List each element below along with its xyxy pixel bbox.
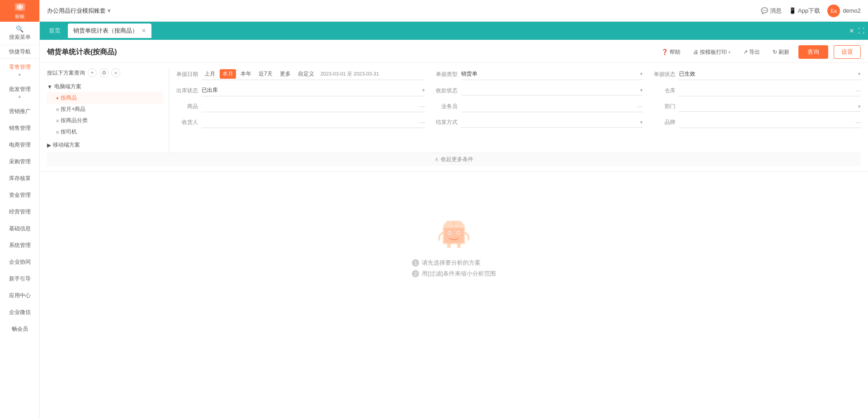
scheme-item-product-category[interactable]: ≡ 按商品分类 (47, 115, 163, 126)
sidebar-item-wholesale[interactable]: 批发管理 ▲ (0, 81, 39, 103)
help-button[interactable]: ❓ 帮助 (658, 47, 684, 57)
wholesale-label: 批发管理 (9, 86, 31, 93)
query-button[interactable]: 查询 (798, 45, 828, 59)
member-label: 畅会员 (12, 325, 28, 333)
sidebar-item-sales[interactable]: 销售管理 (0, 120, 39, 137)
brand-dots-icon[interactable]: ··· (855, 119, 861, 126)
doc-type-select[interactable]: 销货单 ▾ (461, 68, 643, 80)
settlement-label: 结算方式 (436, 119, 458, 126)
sidebar-item-basic[interactable]: 基础信息 (0, 220, 39, 237)
date-tab-this-year[interactable]: 本年 (238, 69, 254, 79)
sidebar-item-purchase[interactable]: 采购管理 (0, 153, 39, 170)
sidebar-item-member[interactable]: 畅会员 (0, 321, 39, 337)
date-tab-this-month[interactable]: 本月 (220, 69, 236, 79)
scheme-header: 按以下方案查询 + ⚙ « (47, 68, 163, 77)
sidebar-item-newbie[interactable]: 新手引导 (0, 271, 39, 287)
settings-button[interactable]: 设置 (834, 45, 861, 59)
date-tab-more[interactable]: 更多 (277, 69, 293, 79)
brand-select[interactable]: ··· (679, 117, 861, 128)
quick-nav-item[interactable]: 快捷导航 (0, 45, 39, 59)
search-menu-item[interactable]: 🔍 搜索菜单 (0, 22, 39, 45)
date-field: 单据日期 上月 本月 本年 近7天 更多 自定义 (176, 68, 425, 80)
marketing-label: 营销推广 (9, 108, 31, 115)
system-label: 系统管理 (9, 242, 31, 249)
scheme-collapse-button[interactable]: « (111, 68, 120, 77)
sidebar-item-appstore[interactable]: 应用中心 (0, 287, 39, 304)
out-status-field: 出库状态 已出库 ▾ (176, 85, 425, 96)
doc-status-field: 单据状态 已生效 ▾ (654, 68, 861, 80)
scheme-settings-button[interactable]: ⚙ (99, 68, 108, 77)
app-download-button[interactable]: 📱 App下载 (789, 7, 820, 15)
sidebar-item-system[interactable]: 系统管理 (0, 237, 39, 254)
sidebar-item-finance[interactable]: 资金管理 (0, 187, 39, 204)
sidebar-item-operations[interactable]: 经营管理 (0, 204, 39, 220)
brand-field: 品牌 ··· (654, 117, 861, 128)
inventory-label: 库存核算 (9, 175, 31, 182)
receiver-select[interactable]: ··· (202, 117, 425, 128)
warehouse-select[interactable]: ··· (679, 85, 861, 96)
sidebar-item-retail[interactable]: 零售管理 ▲ (0, 59, 39, 81)
product-select[interactable]: ··· (202, 101, 425, 112)
settlement-select[interactable]: ▾ (461, 118, 643, 128)
sidebar-item-inventory[interactable]: 库存核算 (0, 170, 39, 187)
tab-home[interactable]: 首页 (43, 24, 66, 38)
collapse-bar[interactable]: ∧ 收起更多条件 (47, 152, 861, 166)
svg-point-7 (448, 232, 450, 234)
tip-num-1: 1 (412, 259, 419, 266)
filter-layout: 按以下方案查询 + ⚙ « (47, 68, 861, 152)
print-button[interactable]: 🖨 按模板打印 ▾ (689, 47, 734, 57)
message-button[interactable]: 💬 消息 (761, 7, 782, 15)
refresh-icon: ↻ (773, 49, 777, 55)
sidebar-item-ecommerce[interactable]: 电商管理 (0, 137, 39, 153)
out-status-label: 出库状态 (176, 87, 198, 95)
scheme-group-desktop-header[interactable]: ▼ 电脑端方案 (47, 81, 163, 92)
receiver-dots-icon[interactable]: ··· (420, 119, 425, 126)
doc-status-select[interactable]: 已生效 ▾ (679, 68, 861, 80)
date-tabs-row: 上月 本月 本年 近7天 更多 自定义 2023-03-01 至 2023-03… (202, 69, 379, 79)
warehouse-dots-icon[interactable]: ··· (855, 87, 861, 94)
salesperson-dots-icon[interactable]: ··· (637, 103, 643, 110)
product-dots-icon[interactable]: ··· (420, 103, 425, 110)
appstore-label: 应用中心 (9, 292, 31, 299)
wechat-label: 企业微信 (9, 309, 31, 316)
tab-sales-stat-label: 销货单统计表（按商品） (73, 27, 138, 35)
sidebar-item-wechat[interactable]: 企业微信 (0, 304, 39, 321)
dropdown-icon[interactable]: ▾ (108, 7, 111, 14)
settlement-field: 结算方式 ▾ (436, 118, 643, 128)
print-icon: 🖨 (693, 49, 698, 55)
sidebar-item-enterprise[interactable]: 企业协同 (0, 254, 39, 271)
out-status-select[interactable]: 已出库 ▾ (202, 85, 425, 96)
scheme-item-by-product[interactable]: ● 按商品 (47, 92, 163, 104)
department-select[interactable]: ▾ (679, 102, 861, 112)
scheme-add-button[interactable]: + (88, 68, 97, 77)
refresh-button[interactable]: ↻ 刷新 (769, 47, 793, 57)
date-tab-custom[interactable]: 自定义 (295, 69, 317, 79)
filter-row-1: 单据日期 上月 本月 本年 近7天 更多 自定义 (176, 68, 861, 80)
user-name: demo2 (843, 7, 861, 14)
tab-close-icon[interactable]: ✕ (142, 28, 146, 34)
empty-illustration (431, 208, 476, 253)
scheme-item-month-product[interactable]: ≡ 按月+商品 (47, 104, 163, 115)
newbie-label: 新手引导 (9, 275, 31, 283)
tab-close-button[interactable]: ✕ (849, 27, 854, 34)
sidebar-item-marketing[interactable]: 营销推广 (0, 103, 39, 120)
payment-status-select[interactable]: ▾ (461, 86, 643, 95)
date-tab-7days[interactable]: 近7天 (256, 69, 275, 79)
help-icon: ❓ (661, 49, 668, 55)
tab-expand-button[interactable]: ⛶ (858, 27, 864, 34)
retail-label: 零售管理 (9, 63, 31, 71)
salesperson-select[interactable]: ··· (461, 101, 643, 112)
scheme-item-by-machine[interactable]: ≡ 按司机 (47, 126, 163, 138)
salesperson-label: 业务员 (436, 103, 458, 110)
message-label: 消息 (770, 7, 782, 15)
user-profile[interactable]: Ea demo2 (827, 5, 861, 17)
tab-sales-stat[interactable]: 销货单统计表（按商品） ✕ (68, 24, 151, 38)
help-label: 帮助 (670, 48, 680, 56)
doc-status-arrow-icon: ▾ (858, 71, 861, 77)
date-tab-last-month[interactable]: 上月 (202, 69, 218, 79)
export-button[interactable]: ↗ 导出 (740, 47, 764, 57)
scheme-group-mobile-header[interactable]: ▶ 移动端方案 (47, 139, 163, 151)
scheme-group-mobile: ▶ 移动端方案 (47, 139, 163, 151)
header-title: 办公用品行业模拟账套 ▾ (47, 7, 111, 15)
date-range: 2023-03-01 至 2023-03-31 (321, 71, 379, 77)
